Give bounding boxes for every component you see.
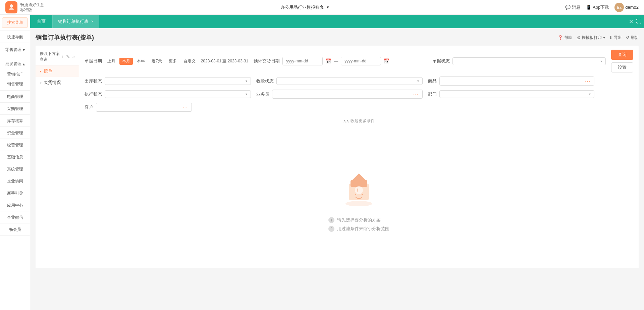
sidebar-item-finance[interactable]: 资金管理	[0, 127, 30, 139]
print-dropdown-icon: ▾	[603, 35, 605, 40]
search-menu-button[interactable]: 搜索菜单	[2, 17, 28, 28]
user-profile[interactable]: Ea demo2	[614, 3, 639, 12]
sidebar-sub-item-sales-mgmt[interactable]: 销售管理	[0, 79, 30, 89]
svg-point-0	[10, 4, 13, 8]
sidebar-item-purchase[interactable]: 采购管理	[0, 103, 30, 115]
content-area: 首页 销售订单执行表 × ✕ ⛶ 销售订单执行表(按单) ❓ 帮助	[30, 15, 644, 310]
goods-more-icon[interactable]: ···	[585, 79, 591, 84]
settings-button[interactable]: 设置	[611, 62, 633, 72]
date-tab-last-7-days[interactable]: 近7天	[149, 58, 165, 65]
edit-scheme-icon[interactable]: ✎	[66, 54, 70, 59]
sidebar-item-enterprise-wechat[interactable]: 企业微信	[0, 211, 30, 223]
tip-num-1: 1	[328, 217, 334, 223]
sidebar-item-inventory[interactable]: 库存核算	[0, 115, 30, 127]
dept-label: 部门	[428, 91, 437, 97]
sidebar-item-batch-mgmt[interactable]: 批发管理 ▴	[0, 58, 30, 69]
sidebar-item-member[interactable]: 畅会员	[0, 223, 30, 236]
print-icon: 🖨	[576, 35, 580, 40]
ship-status-dropdown-icon: ▾	[246, 79, 247, 83]
svg-rect-3	[351, 180, 367, 187]
refresh-icon: ↺	[626, 35, 629, 40]
calendar-to-icon[interactable]: 📅	[384, 58, 389, 64]
order-status-label: 单据状态	[432, 58, 450, 64]
exec-status-select[interactable]: ▾	[105, 90, 251, 98]
tab-home[interactable]: 首页	[30, 15, 53, 28]
sidebar-item-new-user[interactable]: 新手引导	[0, 187, 30, 199]
sidebar-item-ecommerce[interactable]: 电商管理	[0, 91, 30, 103]
filter-group-goods: 商品 ···	[428, 76, 594, 86]
scheme-item-by-order[interactable]: ● 按单	[36, 65, 79, 77]
tab-maximize-icon[interactable]: ⛶	[636, 18, 641, 24]
salesperson-input[interactable]: ···	[272, 90, 423, 99]
collapse-up-icon: ∧∧	[343, 119, 349, 123]
tab-sales-order-exec[interactable]: 销售订单执行表 ×	[53, 15, 99, 28]
filter-group-receive-status: 收款状态 ▾	[256, 77, 423, 85]
expected-date-from-input[interactable]	[282, 57, 323, 65]
tab-close-icon[interactable]: ×	[91, 19, 94, 23]
date-tab-custom[interactable]: 自定义	[181, 58, 198, 65]
filter-group-exec-status: 执行状态 ▾	[85, 90, 251, 98]
logo-icon	[5, 1, 17, 13]
add-scheme-icon[interactable]: +	[61, 54, 64, 59]
topbar-dropdown-icon[interactable]: ▾	[327, 5, 329, 10]
goods-label: 商品	[428, 78, 437, 84]
sidebar-item-sys-mgmt[interactable]: 系统管理	[0, 163, 30, 175]
scheme-item-by-debt-icon: ○	[40, 81, 42, 85]
left-panel-header: 按以下方案查询 + ✎ «	[36, 48, 79, 65]
ship-status-label: 出库状态	[85, 78, 102, 84]
content-split: 按以下方案查询 + ✎ « ● 按单 ○	[36, 46, 639, 268]
goods-input[interactable]: ···	[439, 76, 594, 86]
collapse-panel-icon[interactable]: «	[72, 54, 75, 59]
template-print-button[interactable]: 🖨 按模板打印 ▾	[576, 35, 605, 41]
sidebar-item-operations[interactable]: 经营管理	[0, 139, 30, 151]
sidebar-item-enterprise[interactable]: 企业协同	[0, 175, 30, 187]
svg-point-1	[345, 201, 372, 206]
date-range-dash: —	[334, 59, 338, 64]
main-right: 单据日期 上月 本月 本年 近7天 更多 自定义	[79, 46, 639, 268]
sidebar-item-basic-info[interactable]: 基础信息	[0, 151, 30, 163]
sidebar-sub-item-marketing[interactable]: 营销推广	[0, 69, 30, 79]
topbar: 畅捷通好生意 标准版 办公用品行业模拟账套 ▾ 💬 消息 📱 App下载 Ea …	[0, 0, 644, 15]
topbar-page-title: 办公用品行业模拟账套	[280, 4, 324, 10]
receive-status-select[interactable]: ▾	[276, 77, 423, 85]
message-button[interactable]: 💬 消息	[565, 4, 581, 10]
date-label: 单据日期	[85, 58, 102, 64]
export-button[interactable]: ⬇ 导出	[609, 35, 622, 41]
customer-input[interactable]: ···	[96, 103, 192, 112]
salesperson-more-icon[interactable]: ···	[413, 92, 419, 97]
exec-status-dropdown-icon: ▾	[246, 92, 247, 96]
tip-num-2: 2	[328, 226, 334, 232]
retail-expand-icon: ▾	[23, 48, 25, 52]
calendar-from-icon[interactable]: 📅	[325, 58, 331, 64]
filter-group-ship-status: 出库状态 ▾	[85, 77, 251, 85]
empty-tip-1: 1 请先选择要分析的方案	[328, 217, 389, 223]
page-inner: 销售订单执行表(按单) ❓ 帮助 🖨 按模板打印 ▾ ⬇	[30, 28, 644, 273]
expected-date-to-input[interactable]	[341, 57, 381, 65]
sidebar: 搜索菜单 快捷导航 零售管理 ▾ 批发管理 ▴ 营销推广 销售管理 电商管理 采…	[0, 15, 30, 310]
query-btn-group: 查询 设置	[611, 50, 633, 72]
help-button[interactable]: ❓ 帮助	[558, 35, 572, 41]
dept-select[interactable]: ▾	[439, 90, 594, 98]
app-download-button[interactable]: 📱 App下载	[586, 4, 609, 10]
date-tab-this-month[interactable]: 本月	[119, 58, 133, 65]
tab-close-window-icon[interactable]: ✕	[629, 18, 633, 25]
sidebar-item-quick-nav[interactable]: 快捷导航	[0, 31, 30, 43]
empty-state: ! 1 请先选择要分析的方案	[79, 134, 639, 268]
sidebar-item-app-center[interactable]: 应用中心	[0, 199, 30, 211]
customer-more-icon[interactable]: ···	[182, 105, 188, 110]
scheme-item-by-debt[interactable]: ○ 欠货情况	[36, 77, 79, 88]
collapse-bar[interactable]: ∧∧ 收起更多条件	[85, 116, 633, 126]
refresh-button[interactable]: ↺ 刷新	[626, 35, 639, 41]
filter-group-order-status: 单据状态 ▾	[432, 57, 606, 65]
query-button[interactable]: 查询	[611, 50, 633, 60]
date-tab-more[interactable]: 更多	[166, 58, 179, 65]
order-status-select[interactable]: ▾	[452, 57, 606, 65]
filter-panel: 单据日期 上月 本月 本年 近7天 更多 自定义	[79, 46, 639, 130]
filter-row-1: 单据日期 上月 本月 本年 近7天 更多 自定义	[85, 50, 633, 72]
sidebar-item-retail-mgmt[interactable]: 零售管理 ▾	[0, 44, 30, 55]
sidebar-section-batch: 批发管理 ▴ 营销推广 销售管理	[0, 57, 30, 91]
filter-row-2: 出库状态 ▾ 收款状态	[85, 76, 633, 86]
date-tab-last-month[interactable]: 上月	[105, 58, 118, 65]
date-tab-this-year[interactable]: 本年	[134, 58, 148, 65]
ship-status-select[interactable]: ▾	[105, 77, 251, 85]
